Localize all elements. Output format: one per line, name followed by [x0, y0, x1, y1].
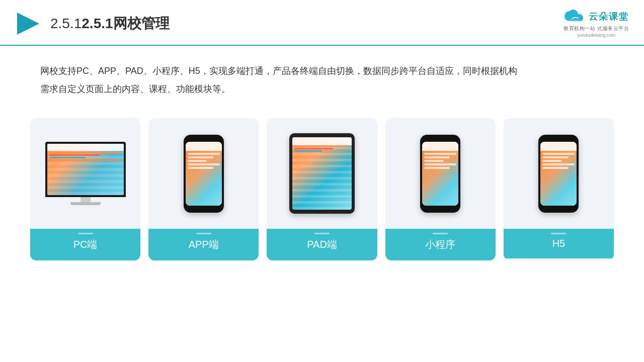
pc-neck — [80, 197, 91, 202]
cards-container: PC端 — [0, 108, 644, 270]
logo-url: yunduoketang.com — [577, 33, 615, 38]
play-icon — [15, 11, 41, 37]
logo: 云朵课堂 教育机构一站 式服务云平台 yunduoketang.com — [564, 9, 629, 38]
pc-screen — [45, 142, 126, 197]
card-pc: PC端 — [30, 118, 140, 260]
tablet-mockup — [289, 133, 355, 214]
card-pc-image — [30, 118, 140, 229]
svg-marker-0 — [17, 13, 39, 35]
pc-mockup — [45, 142, 126, 205]
cloud-icon — [564, 9, 586, 24]
card-app-image — [148, 118, 259, 229]
pc-screen-inner — [47, 144, 124, 195]
card-pad: PAD端 — [267, 118, 377, 260]
logo-cloud: 云朵课堂 — [564, 9, 629, 24]
card-miniprogram-image — [385, 118, 496, 229]
miniprogram-phone-mockup — [420, 135, 460, 213]
miniprogram-phone-body — [420, 135, 460, 213]
card-pad-image — [267, 118, 377, 229]
card-pc-label: PC端 — [30, 229, 140, 260]
h5-phone-notch — [551, 138, 566, 141]
h5-phone-mockup — [538, 135, 579, 213]
h5-phone-screen — [540, 142, 577, 206]
card-app: APP端 — [148, 118, 259, 260]
pc-base — [70, 202, 101, 205]
app-phone-screen — [186, 142, 222, 206]
card-miniprogram: 小程序 — [385, 118, 496, 260]
card-app-label: APP端 — [148, 229, 259, 260]
miniprogram-phone-notch — [433, 138, 447, 141]
description: 网校支持PC、APP、PAD、小程序、H5，实现多端打通，产品各终端自由切换，数… — [0, 46, 644, 108]
app-phone-mockup — [184, 135, 224, 213]
page-title: 2.5.12.5.1网校管理 — [50, 14, 170, 33]
card-miniprogram-label: 小程序 — [385, 229, 496, 260]
description-text-2: 需求自定义页面上的内容、课程、功能模块等。 — [40, 80, 604, 98]
app-phone-body — [184, 135, 224, 213]
h5-phone-body — [538, 135, 579, 213]
card-h5: H5 — [504, 118, 614, 260]
card-pad-label: PAD端 — [267, 229, 377, 260]
tablet-screen — [292, 137, 352, 210]
description-text: 网校支持PC、APP、PAD、小程序、H5，实现多端打通，产品各终端自由切换，数… — [40, 62, 604, 80]
logo-text: 云朵课堂 — [589, 11, 629, 23]
tablet-body — [289, 133, 355, 214]
card-h5-image — [504, 118, 614, 229]
logo-tagline: 教育机构一站 式服务云平台 — [564, 25, 629, 32]
header-left: 2.5.12.5.1网校管理 — [15, 11, 170, 37]
card-h5-label: H5 — [504, 229, 614, 258]
header: 2.5.12.5.1网校管理 云朵课堂 教育机构一站 式服务云平台 yunduo… — [0, 0, 644, 46]
miniprogram-phone-screen — [422, 142, 458, 206]
app-phone-notch — [197, 138, 211, 141]
